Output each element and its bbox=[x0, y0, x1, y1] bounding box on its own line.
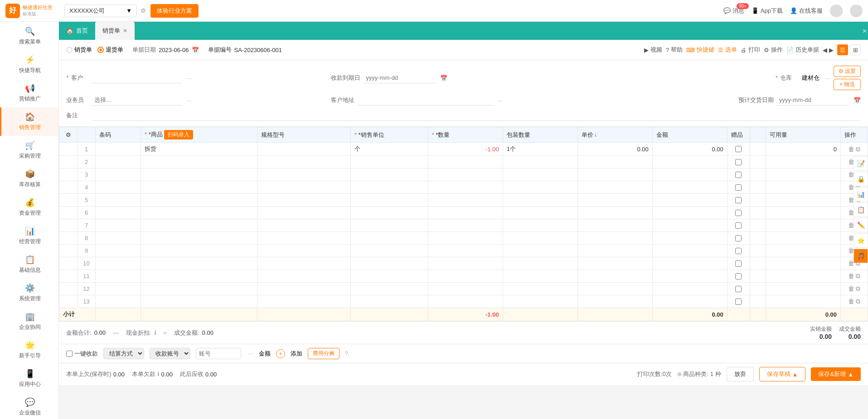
sidebar-item-basics[interactable]: 📋 基础信息 bbox=[0, 250, 58, 279]
row-unit-5[interactable] bbox=[350, 207, 428, 219]
row-unit-12[interactable] bbox=[350, 295, 428, 308]
receive-date-input[interactable] bbox=[363, 72, 436, 83]
row-amount-0[interactable]: 0.00 bbox=[652, 143, 727, 156]
view-grid-btn[interactable]: ⊞ bbox=[850, 44, 861, 55]
row-goods-11[interactable] bbox=[141, 283, 257, 295]
row-unit-9[interactable] bbox=[350, 257, 428, 270]
row-goods-0[interactable]: 拆货 bbox=[141, 143, 257, 156]
radio-sales-order[interactable]: 销货单 bbox=[66, 46, 92, 54]
row-goods-8[interactable] bbox=[141, 245, 257, 257]
sidebar-item-enterprise[interactable]: 🏢 企业协同 bbox=[0, 307, 58, 336]
row-amount-9[interactable] bbox=[652, 257, 727, 270]
toolbar-video[interactable]: ▶ 视频 bbox=[644, 46, 662, 54]
rfb-icon6[interactable]: ⭐ bbox=[853, 233, 868, 248]
fee-split-button[interactable]: 费用分摊 bbox=[308, 348, 339, 359]
row-pkg-11[interactable] bbox=[503, 283, 577, 295]
toolbar-history[interactable]: 📄 历史单据 bbox=[786, 46, 819, 54]
sidebar-item-purchase[interactable]: 🛒 采购管理 bbox=[0, 136, 58, 164]
goods-count[interactable]: ⊙ 商品种类: 1 种 bbox=[677, 370, 721, 378]
account-select[interactable]: 收款账号 bbox=[150, 348, 190, 359]
rfb-icon2[interactable]: 🔒 bbox=[853, 172, 868, 186]
sidebar-item-operations[interactable]: 📊 经营管理 bbox=[0, 222, 58, 250]
row-barcode-9[interactable] bbox=[96, 257, 141, 270]
settings-icon[interactable]: ⚙ bbox=[141, 7, 146, 14]
row-gift-7[interactable] bbox=[727, 232, 750, 245]
row-barcode-6[interactable] bbox=[96, 219, 141, 232]
row-qty-9[interactable] bbox=[428, 257, 503, 270]
row-spec-10[interactable] bbox=[257, 270, 350, 283]
tab-home[interactable]: 🏠 首页 bbox=[59, 22, 95, 40]
row-copy-btn-12[interactable]: ⧉ bbox=[856, 298, 860, 305]
sidebar-item-inventory[interactable]: 📦 库存核算 bbox=[0, 164, 58, 193]
sidebar-item-sales[interactable]: 🏠 销售管理 bbox=[0, 107, 58, 136]
row-price-3[interactable] bbox=[577, 181, 652, 194]
row-unit-2[interactable] bbox=[350, 169, 428, 181]
row-qty-11[interactable] bbox=[428, 283, 503, 295]
toolbar-select[interactable]: ☰ 选单 bbox=[718, 46, 737, 54]
setup-button[interactable]: ⚙ 设置 bbox=[834, 66, 861, 77]
row-amount-5[interactable] bbox=[652, 207, 727, 219]
row-goods-4[interactable] bbox=[141, 194, 257, 207]
row-pkg-12[interactable] bbox=[503, 295, 577, 308]
row-spec-5[interactable] bbox=[257, 207, 350, 219]
row-goods-7[interactable] bbox=[141, 232, 257, 245]
row-spec-12[interactable] bbox=[257, 295, 350, 308]
row-amount-1[interactable] bbox=[652, 156, 727, 169]
discard-button[interactable]: 放弃 bbox=[727, 367, 754, 381]
discount-info-icon[interactable]: ℹ bbox=[154, 329, 156, 336]
company-selector[interactable]: XXXXXX公司 ▼ bbox=[64, 5, 137, 17]
row-gift-4[interactable] bbox=[727, 194, 750, 207]
save-draft-button[interactable]: 保存草稿 ▲ bbox=[759, 367, 806, 381]
row-goods-9[interactable] bbox=[141, 257, 257, 270]
row-amount-11[interactable] bbox=[652, 283, 727, 295]
row-qty-2[interactable] bbox=[428, 169, 503, 181]
scan-button[interactable]: 扫码录入 bbox=[164, 130, 193, 140]
avatar-extra[interactable] bbox=[850, 5, 863, 17]
toolbar-help[interactable]: ? 帮助 bbox=[666, 46, 683, 54]
row-price-9[interactable] bbox=[577, 257, 652, 270]
row-qty-12[interactable] bbox=[428, 295, 503, 308]
row-amount-12[interactable] bbox=[652, 295, 727, 308]
row-price-0[interactable]: 0.00 bbox=[577, 143, 652, 156]
row-barcode-10[interactable] bbox=[96, 270, 141, 283]
one-click-checkbox[interactable] bbox=[66, 351, 73, 357]
row-unit-8[interactable] bbox=[350, 245, 428, 257]
row-gift-11[interactable] bbox=[727, 283, 750, 295]
row-amount-4[interactable] bbox=[652, 194, 727, 207]
row-delete-btn-0[interactable]: 🗑 bbox=[848, 145, 854, 153]
logistics-button[interactable]: + 物流 bbox=[834, 79, 861, 90]
remark-input[interactable] bbox=[92, 110, 861, 121]
row-pkg-5[interactable] bbox=[503, 207, 577, 219]
view-list-btn[interactable]: ☰ bbox=[837, 44, 848, 55]
radio-return-order[interactable]: 退货单 bbox=[97, 46, 123, 54]
row-gift-3[interactable] bbox=[727, 181, 750, 194]
row-goods-12[interactable] bbox=[141, 295, 257, 308]
tab-bar-close-btn[interactable]: ✕ bbox=[861, 22, 868, 40]
row-pkg-2[interactable] bbox=[503, 169, 577, 181]
add-payment-button[interactable]: + bbox=[276, 349, 285, 358]
row-goods-6[interactable] bbox=[141, 219, 257, 232]
row-unit-3[interactable] bbox=[350, 181, 428, 194]
row-pkg-0[interactable]: 1个 bbox=[503, 143, 577, 156]
row-unit-11[interactable] bbox=[350, 283, 428, 295]
row-copy-btn-10[interactable]: ⧉ bbox=[856, 272, 860, 280]
rfb-icon7[interactable]: 🎵 bbox=[853, 249, 868, 263]
account-number-input[interactable] bbox=[196, 348, 241, 359]
row-goods-10[interactable] bbox=[141, 270, 257, 283]
price-info-icon[interactable]: ℹ bbox=[595, 133, 596, 138]
row-copy-btn-0[interactable]: ⧉ bbox=[856, 145, 860, 153]
row-amount-8[interactable] bbox=[652, 245, 727, 257]
sidebar-item-capital[interactable]: 💰 资金管理 bbox=[0, 193, 58, 222]
th-settings[interactable]: ⚙ bbox=[59, 127, 78, 143]
row-qty-3[interactable] bbox=[428, 181, 503, 194]
row-spec-9[interactable] bbox=[257, 257, 350, 270]
row-pkg-10[interactable] bbox=[503, 270, 577, 283]
row-barcode-5[interactable] bbox=[96, 207, 141, 219]
row-barcode-2[interactable] bbox=[96, 169, 141, 181]
nav-next-icon[interactable]: ▶ bbox=[829, 47, 834, 53]
customer-input[interactable] bbox=[92, 72, 182, 83]
row-price-1[interactable] bbox=[577, 156, 652, 169]
rfb-icon3[interactable]: 📊 bbox=[853, 187, 868, 202]
toolbar-ops[interactable]: ⚙ 操作 bbox=[764, 46, 783, 54]
expected-date-input[interactable] bbox=[776, 95, 849, 106]
